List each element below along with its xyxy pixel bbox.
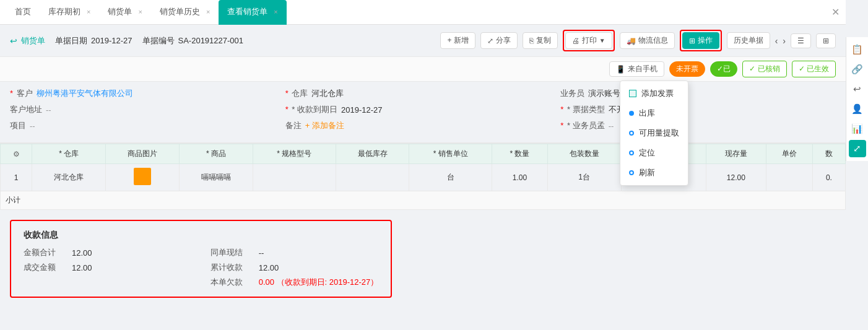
copy-button[interactable]: ⎘ 复制 [523, 32, 558, 49]
share-button[interactable]: ⤢ 分享 [480, 32, 518, 49]
tab-sales[interactable]: 销货单 × [99, 0, 150, 25]
new-button[interactable]: + 新增 [440, 32, 475, 49]
tab-inventory[interactable]: 库存期初 × [40, 0, 99, 25]
sidebar-expand-icon[interactable]: ⤢ [849, 140, 866, 157]
check-icon2: ✓ [799, 64, 805, 73]
copy-icon: ⎘ [529, 37, 534, 45]
address-value: -- [46, 105, 51, 115]
project-field: 项目 -- [10, 120, 285, 131]
sold-out-button[interactable]: ✓ 已核销 [742, 61, 786, 77]
logistics-button[interactable]: 🚚 物流信息 [620, 32, 675, 49]
dot-icon [629, 111, 634, 116]
col-min-stock: 最低库存 [336, 144, 409, 164]
customer-value[interactable]: 柳州粤港平安气体有限公司 [37, 88, 133, 99]
col-warehouse: * 仓库 [32, 144, 106, 164]
form-row-1: * 客户 柳州粤港平安气体有限公司 * 仓库 河北仓库 业务员 演示账号 [10, 88, 836, 99]
share-icon: ⤢ [487, 37, 493, 45]
close-tab-view-sales[interactable]: × [274, 8, 277, 15]
dropdown-available[interactable]: 可用量提取 [620, 123, 688, 143]
print-highlight: 🖨 打印 ▼ [563, 30, 615, 51]
project-value: -- [30, 121, 35, 131]
address-field: 客户地址 -- [10, 104, 285, 115]
phone-icon: 📱 [616, 65, 625, 74]
col-price: 单价 [766, 144, 812, 164]
due-row: 本单欠款 0.00 （收款到期日: 2019-12-27） [210, 277, 379, 288]
sidebar-doc-icon[interactable]: 📋 [849, 41, 866, 58]
list-view-button[interactable]: ☰ [791, 33, 811, 48]
operation-button[interactable]: ⊞ 操作 [682, 32, 719, 49]
row-extra: 0. [812, 164, 845, 191]
table-header-row: ⚙ * 仓库 商品图片 * 商品 * 规格型号 最低库存 * 销售单位 * 数量… [1, 144, 846, 164]
print-button[interactable]: 🖨 打印 ▼ [565, 32, 612, 49]
dropdown-outbound[interactable]: 出库 [620, 103, 688, 123]
dropdown-refresh[interactable]: 刷新 [620, 163, 688, 183]
deal-amount-row: 成交金额 12.00 [24, 262, 192, 273]
prev-button[interactable]: ‹ [775, 36, 778, 46]
row-sale-unit: 台 [409, 164, 492, 191]
not-open-button[interactable]: 未开票 [669, 61, 705, 77]
doc-date-meta: 单据日期 2019-12-27 [55, 35, 132, 46]
col-product: * 商品 [180, 144, 253, 164]
close-window[interactable]: ✕ [831, 6, 840, 18]
employee-field: 业务员 演示账号 [560, 88, 836, 99]
add-note-button[interactable]: + 添加备注 [305, 120, 344, 131]
col-gear[interactable]: ⚙ [1, 144, 32, 164]
subtotal-row: 小计 [1, 191, 846, 210]
payment-date-value: 2019-12-27 [341, 105, 383, 115]
dropdown-menu: 添加发票 出库 可用量提取 定位 刷新 [620, 80, 688, 186]
settings-icon: ⚙ [13, 150, 20, 158]
truck-icon: 🚚 [627, 37, 636, 45]
col-spec: * 规格型号 [253, 144, 336, 164]
row-pack-qty: 1台 [547, 164, 621, 191]
confirm-button[interactable]: ✓已 [710, 61, 737, 77]
payment-box: 收款信息 金额合计 12.00 同单现结 -- 成交金额 12.00 [10, 220, 392, 298]
product-image [134, 168, 151, 185]
col-stock: 现存量 [706, 144, 766, 164]
locate-dot-icon [629, 150, 634, 155]
table-row: 1 河北仓库 嗝嗝嗝嗝 台 1.00 1台 12.00 [1, 164, 846, 191]
same-order-value: -- [259, 248, 264, 258]
amount-value: 12.00 [72, 248, 92, 258]
next-button[interactable]: › [783, 36, 786, 46]
dropdown-add-invoice[interactable]: 添加发票 [620, 84, 688, 103]
due-value: 0.00 （收款到期日: 2019-12-27） [259, 277, 379, 288]
col-extra: 数 [812, 144, 845, 164]
sidebar-return-icon[interactable]: ↩ [849, 80, 866, 98]
invoice-icon [629, 90, 636, 97]
payment-date-field: * * 收款到期日 2019-12-27 [285, 104, 561, 115]
payment-grid: 金额合计 12.00 同单现结 -- 成交金额 12.00 累计收款 12.00 [24, 247, 378, 288]
cumulative-row: 累计收款 12.00 [210, 262, 379, 273]
customer-field: * 客户 柳州粤港平安气体有限公司 [10, 88, 285, 99]
data-table-wrap: ⚙ * 仓库 商品图片 * 商品 * 规格型号 最低库存 * 销售单位 * 数量… [0, 143, 846, 210]
dropdown-locate[interactable]: 定位 [620, 143, 688, 163]
tab-sales-history[interactable]: 销货单历史 × [151, 0, 219, 25]
col-sale-unit: * 销售单位 [409, 144, 492, 164]
outline-dot-icon [629, 131, 634, 136]
sidebar-link-icon[interactable]: 🔗 [849, 61, 866, 78]
row-stock: 12.00 [706, 164, 766, 191]
close-tab-sales[interactable]: × [138, 8, 142, 15]
grid-view-button[interactable]: ⊞ [816, 33, 836, 48]
note-field: 备注 + 添加备注 [285, 120, 561, 131]
history-button[interactable]: 历史单据 [727, 32, 770, 49]
check-icon: ✓ [749, 64, 755, 73]
salesman-value: -- [609, 121, 614, 131]
tab-view-sales[interactable]: 查看销货单 × [219, 0, 286, 25]
toolbar-row: 📱 来自手机 未开票 ✓已 ✓ 已核销 ✓ 已生效 [0, 57, 846, 82]
row-spec [253, 164, 336, 191]
employee-value: 演示账号 [588, 88, 620, 99]
products-table: ⚙ * 仓库 商品图片 * 商品 * 规格型号 最低库存 * 销售单位 * 数量… [0, 144, 846, 210]
row-product: 嗝嗝嗝嗝 [180, 164, 253, 191]
sidebar-user-icon[interactable]: 👤 [849, 100, 866, 118]
phone-button[interactable]: 📱 来自手机 [609, 61, 664, 77]
close-tab-sales-history[interactable]: × [206, 8, 210, 15]
col-quantity: * 数量 [492, 144, 548, 164]
same-order-row: 同单现结 -- [210, 247, 379, 258]
effective-button[interactable]: ✓ 已生效 [792, 61, 836, 77]
close-tab-inventory[interactable]: × [87, 8, 90, 15]
ticket-field: * * 票据类型 不开票 [560, 104, 836, 115]
tab-home[interactable]: 首页 [6, 0, 40, 25]
form-row-2: 客户地址 -- * * 收款到期日 2019-12-27 * * 票据类型 不开… [10, 104, 836, 115]
sidebar-chart-icon[interactable]: 📊 [849, 120, 866, 137]
col-pack-qty: 包装数量 [547, 144, 621, 164]
